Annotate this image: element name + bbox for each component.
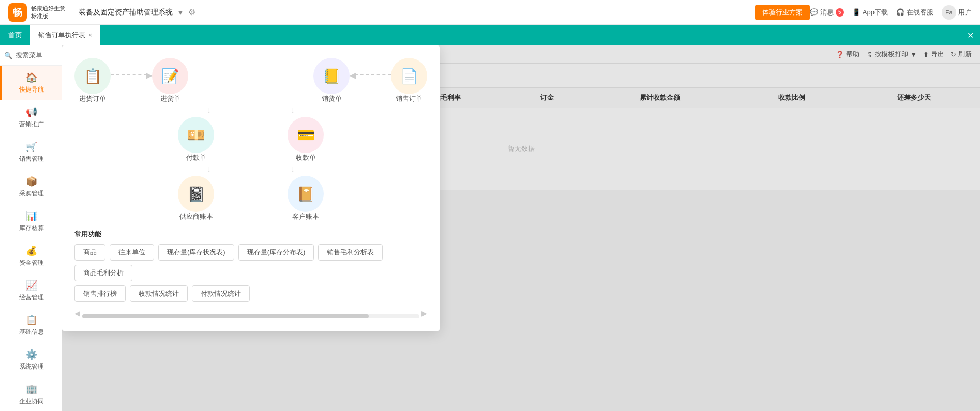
arrow-down-sales: ↓: [262, 105, 324, 115]
service-icon: 🎧: [896, 8, 904, 16]
common-btn-sales-rank[interactable]: 销售排行榜: [74, 285, 126, 302]
arrow-down-purchase: ↓: [178, 105, 240, 115]
message-icon: 💬: [810, 8, 818, 16]
nav-tabs: 首页 销售订单执行表 × ✕: [0, 25, 980, 45]
message-button[interactable]: 💬 消息 5: [810, 8, 844, 17]
avatar: Ea: [942, 5, 956, 20]
common-functions-section: 常用功能 商品 往来单位 现存量(库存状况表) 现存量(库存分布表) 销售毛利分…: [74, 230, 427, 302]
sidebar-item-marketing[interactable]: 📢 营销推广: [0, 100, 62, 135]
settings-icon[interactable]: ⚙: [188, 7, 195, 17]
common-btn-goods[interactable]: 商品: [74, 244, 105, 261]
flow-node-sales-bill: 📒 销货单: [313, 58, 350, 103]
flow-node-purchase-order: 📋 进货订单: [74, 58, 111, 103]
enterprise-icon: 🏢: [26, 384, 37, 395]
sidebar-item-inventory[interactable]: 📊 库存核算: [0, 204, 62, 239]
logo-icon: 畅: [8, 3, 27, 22]
search-icon: 🔍: [4, 52, 12, 59]
arrow-down-receipt: ↓: [262, 164, 324, 174]
operations-icon: 📈: [26, 280, 37, 291]
header-right: 💬 消息 5 📱 App下载 🎧 在线客服 Ea 用户: [810, 5, 972, 20]
system-title: 装备及固定资产辅助管理系统 ▼ ⚙: [79, 7, 755, 17]
modal-scrollbar-thumb: [82, 314, 369, 318]
sidebar-item-enterprise[interactable]: 🏢 企业协同: [0, 377, 62, 411]
system-icon: ⚙️: [26, 349, 37, 360]
flow-node-purchase-bill: 📝 进货单: [152, 58, 188, 103]
common-btn-stock-status[interactable]: 现存量(库存状况表): [158, 244, 234, 261]
flow-node-customer-ledger: 📔 客户账本: [288, 176, 324, 221]
sidebar-item-quick-nav[interactable]: 🏠 快捷导航: [0, 66, 62, 100]
finance-icon: 💰: [26, 245, 37, 256]
modal-scrollbar[interactable]: [82, 314, 419, 318]
flow-row-2: 💴 付款单 💳 收款单: [74, 117, 427, 162]
sidebar-item-system[interactable]: ⚙️ 系统管理: [0, 343, 62, 377]
phone-icon: 📱: [852, 8, 861, 16]
flow-arrow-row-1: ↓ ↓: [74, 105, 427, 115]
receipt-circle: 💳: [288, 117, 324, 153]
payment-circle: 💴: [178, 117, 214, 153]
arrow-h-1: ▶: [111, 70, 152, 92]
common-btn-receipt-stat[interactable]: 收款情况统计: [130, 285, 188, 302]
user-profile[interactable]: Ea 用户: [942, 5, 972, 20]
purchase-icon: 📦: [26, 176, 37, 187]
arrow-down-payment: ↓: [178, 164, 240, 174]
inventory-icon: 📊: [26, 210, 37, 222]
purchase-bill-circle: 📝: [152, 58, 188, 94]
modal-box: 📋 进货订单 ▶ 📝 进货单: [62, 45, 440, 331]
modal-overlay: 📋 进货订单 ▶ 📝 进货单: [62, 45, 980, 411]
top-header: 畅 畅康通好生意 标准版 装备及固定资产辅助管理系统 ▼ ⚙ 体验行业方案 💬 …: [0, 0, 980, 25]
sales-order-circle: 📄: [391, 58, 427, 94]
base-info-icon: 📋: [26, 314, 37, 326]
sidebar-item-sales[interactable]: 🛒 销售管理: [0, 135, 62, 170]
trial-button[interactable]: 体验行业方案: [755, 5, 810, 20]
sales-bill-circle: 📒: [313, 58, 350, 94]
tabs-close-button[interactable]: ✕: [967, 31, 980, 40]
common-btn-counterpart[interactable]: 往来单位: [110, 244, 154, 261]
sidebar-item-base-info[interactable]: 📋 基础信息: [0, 308, 62, 343]
common-btn-goods-profit[interactable]: 商品毛利分析: [74, 265, 132, 281]
marketing-icon: 📢: [26, 106, 37, 118]
modal-scrollbar-container: ◀ ▶: [74, 308, 427, 318]
logo-text: 畅康通好生意 标准版: [31, 5, 65, 20]
common-btn-sales-profit[interactable]: 销售毛利分析表: [318, 244, 383, 261]
flow-arrow-row-2: ↓ ↓: [74, 164, 427, 174]
common-btn-stock-dist[interactable]: 现存量(库存分布表): [238, 244, 314, 261]
content-area: ❓ 帮助 🖨 按模板打印 ▼ ⬆ 导出 ↻ 刷新 📅 ▼ 查询: [62, 45, 980, 411]
sidebar-search[interactable]: 🔍 搜索菜单: [0, 45, 62, 66]
common-buttons-row1: 商品 往来单位 现存量(库存状况表) 现存量(库存分布表) 销售毛利分析表 商品…: [74, 244, 427, 281]
sidebar-item-purchase[interactable]: 📦 采购管理: [0, 170, 62, 204]
tab-home[interactable]: 首页: [0, 25, 30, 45]
tab-close-icon[interactable]: ×: [88, 32, 92, 39]
main-layout: 🔍 搜索菜单 🏠 快捷导航 📢 营销推广 🛒 销售管理 📦 采购管理 📊 库存核…: [0, 45, 980, 411]
arrow-h-2: ◀: [350, 70, 391, 92]
app-download-button[interactable]: 📱 App下载: [852, 8, 888, 17]
sales-icon: 🛒: [26, 141, 37, 153]
sidebar: 🔍 搜索菜单 🏠 快捷导航 📢 营销推广 🛒 销售管理 📦 采购管理 📊 库存核…: [0, 45, 62, 411]
flow-node-receipt: 💳 收款单: [288, 117, 324, 162]
scroll-left-arrow[interactable]: ◀: [74, 309, 80, 317]
online-service-button[interactable]: 🎧 在线客服: [896, 8, 933, 17]
flow-node-supplier-ledger: 📓 供应商账本: [178, 176, 214, 221]
flow-row-1: 📋 进货订单 ▶ 📝 进货单: [74, 58, 427, 103]
home-icon: 🏠: [26, 72, 37, 83]
purchase-order-circle: 📋: [74, 58, 111, 94]
message-badge: 5: [836, 8, 844, 17]
flow-node-sales-order: 📄 销售订单: [391, 58, 427, 103]
flow-row-3: 📓 供应商账本 📔 客户账本: [74, 176, 427, 221]
sidebar-item-finance[interactable]: 💰 资金管理: [0, 239, 62, 273]
common-btn-payment-stat[interactable]: 付款情况统计: [192, 285, 250, 302]
common-title: 常用功能: [74, 230, 427, 239]
tab-sales-order[interactable]: 销售订单执行表 ×: [30, 25, 100, 45]
flow-node-payment: 💴 付款单: [178, 117, 214, 162]
customer-ledger-circle: 📔: [288, 176, 324, 212]
logo-area: 畅 畅康通好生意 标准版: [8, 3, 70, 22]
common-buttons-row2: 销售排行榜 收款情况统计 付款情况统计: [74, 285, 427, 302]
supplier-ledger-circle: 📓: [178, 176, 214, 212]
sidebar-item-operations[interactable]: 📈 经营管理: [0, 273, 62, 308]
scroll-right-arrow[interactable]: ▶: [421, 309, 427, 317]
system-dropdown-icon[interactable]: ▼: [177, 8, 184, 17]
